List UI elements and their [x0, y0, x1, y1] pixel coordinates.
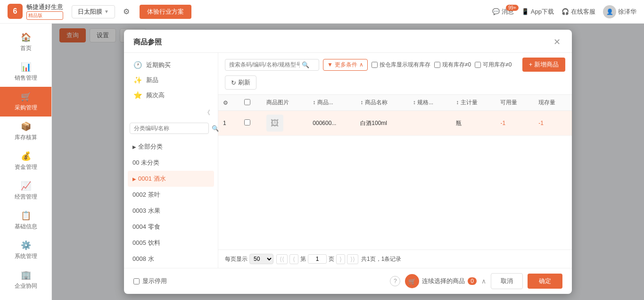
- content-area: 查询 设置 刷新 商品参照 ✕ 🕐: [52, 24, 644, 300]
- category-item-label: 0003 水果: [132, 207, 160, 215]
- first-page-button[interactable]: ⟨⟨: [276, 254, 288, 264]
- td-checkbox[interactable]: [239, 111, 262, 136]
- sales-icon: 📊: [21, 62, 31, 72]
- cancel-button[interactable]: 取消: [491, 273, 523, 289]
- th-name[interactable]: ↕ 商品名称: [355, 95, 408, 111]
- quick-link-new[interactable]: ✨ 新品: [130, 73, 212, 88]
- th-settings[interactable]: ⚙: [218, 95, 239, 111]
- headset-icon: 🎧: [561, 8, 569, 15]
- table-row[interactable]: 1 🖼 000600... 白酒100ml 瓶: [218, 111, 572, 136]
- category-item-0004[interactable]: 0004 零食: [128, 219, 214, 235]
- modal-left-panel: 🕐 近期购买 ✨ 新品 ⭐ 频次高: [124, 53, 218, 268]
- logo-icon: 6: [8, 4, 23, 19]
- category-list: ▶ 全部分类 00 未分类 ▶ 0001 酒水 0002 茶: [124, 139, 218, 263]
- category-item-label: 0002 茶叶: [132, 191, 160, 199]
- nav-selector[interactable]: 日太阳膜 ▼: [72, 5, 115, 18]
- sidebar-item-base-info[interactable]: 📋 基础信息: [0, 206, 51, 235]
- nav-messages[interactable]: 💬 消息 99+: [492, 8, 514, 16]
- sidebar-item-guide[interactable]: 🎯 新手引导: [0, 295, 51, 300]
- sidebar-item-label: 首页: [20, 44, 32, 52]
- th-spec[interactable]: ↕ 规格...: [408, 95, 451, 111]
- category-item-0001[interactable]: ▶ 0001 酒水: [128, 171, 214, 187]
- footer-right: ? 🛒 连续选择的商品 0 ∧ 取消 确定: [390, 273, 562, 289]
- quick-link-recent[interactable]: 🕐 近期购买: [130, 58, 212, 73]
- sidebar-item-label: 基础信息: [15, 223, 37, 231]
- th-unit[interactable]: ↕ 主计量: [451, 95, 495, 111]
- add-product-button[interactable]: + 新增商品: [522, 58, 565, 72]
- logo-text: 畅捷通好生意: [26, 3, 63, 11]
- category-item-0008[interactable]: 0008 水: [128, 251, 214, 263]
- category-item-all[interactable]: ▶ 全部分类: [128, 139, 214, 155]
- finance-icon: 💰: [21, 151, 31, 161]
- modal-body: 🕐 近期购买 ✨ 新品 ⭐ 频次高: [124, 53, 572, 268]
- usable-ne0-checkbox[interactable]: [475, 62, 481, 68]
- sidebar-item-enterprise[interactable]: 🏢 企业协同: [0, 265, 51, 295]
- per-page-label: 每页显示: [225, 255, 248, 263]
- phone-icon: 📱: [521, 8, 529, 15]
- category-item-0002[interactable]: 0002 茶叶: [128, 187, 214, 203]
- filter-usable-ne0[interactable]: 可用库存≠0: [475, 61, 512, 69]
- td-stock: -1: [534, 111, 572, 136]
- prev-page-button[interactable]: ⟨: [289, 254, 298, 264]
- sidebar-item-operations[interactable]: 📈 经营管理: [0, 176, 51, 206]
- available-ne0-checkbox[interactable]: [434, 62, 440, 68]
- sidebar-item-label: 库存核算: [15, 133, 37, 142]
- confirm-button[interactable]: 确定: [528, 274, 562, 289]
- last-page-button[interactable]: ⟩⟩: [347, 254, 358, 264]
- per-page-select[interactable]: 50 10 20 100: [249, 254, 273, 264]
- td-spec: [408, 111, 451, 136]
- per-page-selector: 每页显示 50 10 20 100: [225, 254, 273, 264]
- category-search-input[interactable]: [130, 123, 209, 134]
- show-disabled-toggle[interactable]: 显示停用: [133, 277, 167, 285]
- th-checkbox[interactable]: [239, 95, 262, 111]
- close-icon[interactable]: ✕: [551, 36, 562, 48]
- quick-link-label: 近期购买: [146, 61, 171, 69]
- search-icon[interactable]: 🔍: [302, 61, 309, 68]
- filter-by-warehouse[interactable]: 按仓库显示现有库存: [372, 61, 430, 69]
- cart-icon[interactable]: 🛒: [405, 274, 419, 288]
- select-all-checkbox[interactable]: [244, 99, 250, 105]
- td-available: -1: [495, 111, 534, 136]
- sidebar-item-label: 采购管理: [15, 104, 37, 112]
- nav-user[interactable]: 👤 徐泽华: [603, 5, 636, 18]
- home-icon: 🏠: [21, 32, 31, 42]
- page-word2: 页: [329, 255, 334, 263]
- th-image: 商品图片: [262, 95, 308, 111]
- product-table-wrap: ⚙ 商品图片 ↕ 商品... ↕ 商品名称 ↕ 规格... ↕ 主计量 可用量: [218, 95, 572, 250]
- category-item-label: 0004 零食: [132, 223, 160, 231]
- category-item-0005[interactable]: 0005 饮料: [128, 235, 214, 251]
- category-item-00[interactable]: 00 未分类: [128, 155, 214, 171]
- product-reference-modal: 商品参照 ✕ 🕐 近期购买 ✨ 新: [124, 30, 572, 294]
- sidebar-item-home[interactable]: 🏠 首页: [0, 27, 51, 57]
- filter-available-ne0[interactable]: 现有库存≠0: [434, 61, 471, 69]
- sidebar-item-purchase[interactable]: 🛒 采购管理: [0, 87, 51, 117]
- system-icon: ⚙️: [21, 240, 31, 250]
- filter-bar: 🔍 ▼ 更多条件 ∧ 按仓库显示现有库存: [218, 53, 572, 95]
- base-info-icon: 📋: [21, 210, 31, 221]
- category-item-label: 0005 饮料: [132, 239, 160, 247]
- sidebar-item-inventory[interactable]: 📦 库存核算: [0, 117, 51, 146]
- sidebar-item-sales[interactable]: 📊 销售管理: [0, 57, 51, 87]
- show-disabled-checkbox[interactable]: [133, 278, 140, 284]
- sidebar-item-finance[interactable]: 💰 资金管理: [0, 146, 51, 176]
- nav-app-download[interactable]: 📱 App下载: [521, 8, 554, 16]
- trial-button[interactable]: 体验行业方案: [140, 5, 191, 19]
- nav-customer-service[interactable]: 🎧 在线客服: [561, 8, 595, 16]
- settings-icon[interactable]: ⚙: [119, 4, 134, 19]
- sidebar-item-system[interactable]: ⚙️ 系统管理: [0, 235, 51, 265]
- product-image: 🖼: [266, 115, 283, 132]
- category-item-0003[interactable]: 0003 水果: [128, 203, 214, 219]
- collapse-button[interactable]: 《: [200, 107, 214, 119]
- quick-link-frequent[interactable]: ⭐ 频次高: [130, 88, 212, 103]
- help-icon[interactable]: ?: [390, 276, 400, 286]
- next-page-button[interactable]: ⟩: [336, 254, 345, 264]
- row-checkbox[interactable]: [244, 119, 250, 125]
- collapse-cart-icon[interactable]: ∧: [481, 277, 486, 285]
- product-search-input[interactable]: [229, 61, 300, 68]
- by-warehouse-checkbox[interactable]: [372, 62, 378, 68]
- refresh-table-button[interactable]: ↻ 刷新: [225, 75, 256, 90]
- filter-more-button[interactable]: ▼ 更多条件 ∧: [323, 59, 368, 71]
- th-code[interactable]: ↕ 商品...: [308, 95, 355, 111]
- quick-link-label: 新品: [146, 76, 158, 84]
- page-number-input[interactable]: [308, 254, 327, 264]
